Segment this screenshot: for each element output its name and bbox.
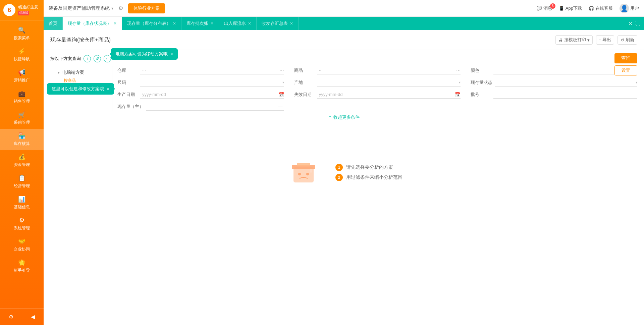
query-btn[interactable]: 查询: [614, 53, 637, 63]
app-download-btn[interactable]: 📱 App下载: [559, 5, 582, 11]
tab-stock-batch-close[interactable]: ✕: [210, 21, 214, 26]
expiry-date-label: 失效日期: [294, 92, 314, 98]
solution-btn[interactable]: 体验行业方案: [128, 3, 165, 13]
tooltip-pc-close[interactable]: ×: [170, 51, 173, 57]
sidebar-item-sales[interactable]: 💼 销售管理: [0, 87, 44, 108]
sidebar-item-search[interactable]: 🔍 搜索菜单: [0, 23, 44, 44]
goods-input[interactable]: [317, 66, 456, 74]
tab-in-out-close[interactable]: ✕: [248, 21, 251, 26]
sidebar-item-guide[interactable]: 🌟 新手引导: [0, 256, 44, 277]
pc-scheme-item[interactable]: ▼ 电脑端方案: [57, 68, 109, 77]
batch-no-input[interactable]: [493, 91, 637, 98]
scheme-tree-panel: 这里可以创建和修改方案哦 × ▼ 电脑端方案 按商品: [50, 66, 112, 111]
empty-illustration: [287, 156, 320, 189]
tab-home[interactable]: 首页: [44, 17, 63, 30]
sidebar-item-label: 搜索菜单: [14, 35, 30, 41]
tab-bar-actions: ✕ ⛶: [625, 20, 644, 27]
phone-icon: 📱: [559, 6, 564, 11]
user-area[interactable]: 👤 用户: [620, 4, 639, 13]
sidebar-item-purchase[interactable]: 🛒 采购管理: [0, 108, 44, 129]
size-dropdown-icon[interactable]: ▾: [282, 80, 284, 84]
sidebar-nav: 🔍 搜索菜单 ⚡ 快捷导航 📢 营销推广 💼 销售管理 🛒 采购管理 🏪: [0, 20, 44, 308]
collapse-sidebar-btn[interactable]: ◀: [29, 312, 37, 322]
batch-no-field: 批号: [471, 91, 637, 99]
tooltip-edit-text: 这里可以创建和修改方案哦: [52, 86, 104, 92]
filter-add-btn[interactable]: +: [84, 55, 91, 62]
warehouse-input-wrap: ···: [140, 66, 284, 74]
topbar-title-area: 装备及固定资产辅助管理系统 ▾: [49, 5, 113, 11]
goods-input-wrap: ···: [317, 66, 461, 74]
size-input[interactable]: [140, 78, 282, 86]
tab-collect-label: 收发存汇总表: [262, 20, 288, 26]
tab-collect-close[interactable]: ✕: [290, 21, 293, 26]
filter-row-3: 生产日期 📅 失效日期 �: [117, 91, 637, 99]
empty-state-content: 1 请先选择要分析的方案 2 用过滤条件来缩小分析范围: [285, 154, 402, 191]
close-all-tabs-btn[interactable]: ✕: [628, 20, 633, 27]
sidebar-item-quick[interactable]: ⚡ 快捷导航: [0, 44, 44, 65]
warehouse-dots-icon[interactable]: ···: [279, 67, 284, 73]
maximize-btn[interactable]: ⛶: [635, 20, 641, 26]
sidebar-item-inventory[interactable]: 🏪 库存核算: [0, 129, 44, 150]
tab-stock-status[interactable]: 现存量（库存状况表） ✕: [63, 17, 122, 30]
settings-btn[interactable]: 设置: [614, 65, 637, 75]
origin-input-wrap: ▾: [317, 78, 461, 87]
filter-row-4: 现存量（主） —: [117, 103, 637, 111]
origin-input[interactable]: [317, 78, 459, 86]
production-date-calendar-icon[interactable]: 📅: [278, 92, 284, 97]
stock-status-input[interactable]: [495, 78, 636, 86]
production-date-input[interactable]: [140, 91, 278, 98]
settings-footer-btn[interactable]: ⚙: [7, 312, 15, 322]
filter-section: 查询 设置 按以下方案查询 + ↺ ← 电脑方案可设为移动方案哦 ×: [44, 50, 644, 127]
sidebar-item-label: 经营管理: [14, 183, 30, 189]
tab-stock-status-label: 现存量（库存状况表）: [68, 20, 111, 26]
expiry-date-input[interactable]: [317, 91, 455, 98]
sidebar-item-finance[interactable]: 💰 资金管理: [0, 150, 44, 171]
svg-point-4: [306, 173, 309, 175]
warehouse-input[interactable]: [140, 66, 279, 74]
page-title: 现存量查询(按仓库+商品): [50, 37, 111, 44]
batch-no-wrap: [493, 91, 637, 99]
message-btn[interactable]: 💬 消息 6: [537, 5, 552, 11]
tab-stock-dist-close[interactable]: ✕: [173, 21, 176, 26]
topbar-gear-icon[interactable]: ⚙: [118, 5, 123, 11]
tab-stock-batch[interactable]: 库存批次账 ✕: [181, 17, 219, 30]
tab-stock-batch-label: 库存批次账: [186, 20, 208, 26]
tooltip-edit-close[interactable]: ×: [107, 86, 109, 92]
system-title: 装备及固定资产辅助管理系统: [49, 5, 110, 11]
logo-icon: 6: [3, 4, 15, 16]
sidebar-item-basic[interactable]: 📊 基础信息: [0, 192, 44, 213]
stock-main-wrap: —: [146, 103, 284, 111]
tab-stock-dist[interactable]: 现存量（库存分布表） ✕: [122, 17, 181, 30]
print-template-btn[interactable]: 🖨 按模板打印 ▾: [555, 35, 593, 45]
sidebar-item-marketing[interactable]: 📢 营销推广: [0, 65, 44, 87]
export-btn[interactable]: ↑ 导出: [596, 35, 614, 45]
size-input-wrap: ▾: [140, 78, 284, 87]
filter-refresh-btn[interactable]: ↺: [94, 55, 101, 62]
expiry-date-wrap: 📅: [317, 91, 461, 99]
stock-main-label: 现存量（主）: [117, 104, 144, 110]
expiry-date-calendar-icon[interactable]: 📅: [455, 92, 461, 97]
tab-in-out[interactable]: 出入库流水 ✕: [219, 17, 257, 30]
collapse-arrow-icon: ⌃: [328, 115, 332, 120]
collapse-bar[interactable]: ⌃ 收起更多条件: [50, 111, 637, 124]
tab-collect[interactable]: 收发存汇总表 ✕: [257, 17, 299, 30]
step-2-text: 用过滤条件来缩小分析范围: [346, 174, 402, 180]
logo-badge: 标准版: [18, 11, 29, 15]
empty-step-1: 1 请先选择要分析的方案: [335, 164, 402, 171]
refresh-btn[interactable]: ↺ 刷新: [618, 35, 637, 45]
sidebar-item-label: 采购管理: [14, 120, 30, 125]
tab-stock-status-close[interactable]: ✕: [113, 21, 117, 26]
online-support-btn[interactable]: 🎧 在线客服: [589, 5, 613, 11]
stock-status-field: 现存量状态 ▾: [471, 78, 637, 87]
stock-status-dropdown-icon[interactable]: ▾: [636, 80, 637, 84]
filter-back-btn[interactable]: ←: [104, 55, 111, 62]
stock-main-from-input[interactable]: [146, 103, 277, 110]
sidebar-item-operations[interactable]: 📋 经营管理: [0, 171, 44, 192]
size-label: 尺码: [117, 79, 138, 86]
sidebar-item-enterprise[interactable]: 🤝 企业协同: [0, 234, 44, 256]
filter-fields-panel: 仓库 ··· 商品 ···: [112, 66, 637, 111]
logo-symbol: 6: [8, 7, 11, 14]
sidebar-item-system[interactable]: ⚙ 系统管理: [0, 213, 44, 234]
origin-dropdown-icon[interactable]: ▾: [459, 80, 461, 84]
goods-dots-icon[interactable]: ···: [456, 67, 461, 73]
